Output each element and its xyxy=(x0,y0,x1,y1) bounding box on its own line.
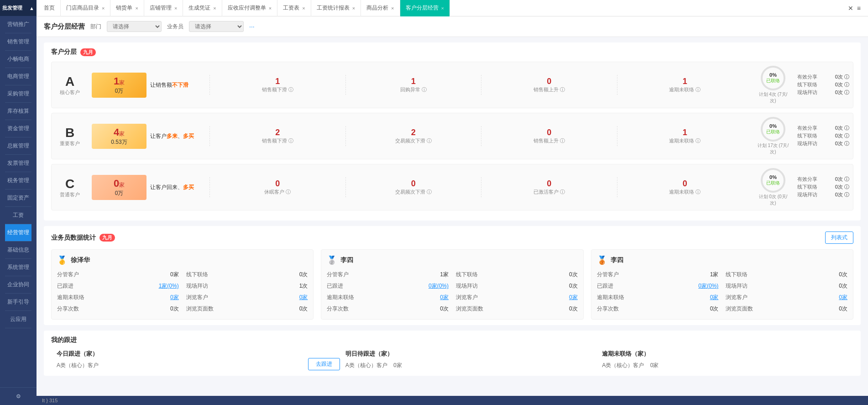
sidebar-item-总账管理[interactable]: 总账管理 xyxy=(5,137,31,155)
close-tab-icon[interactable]: ✕ xyxy=(848,5,853,12)
tier-label-B: B重要客户 xyxy=(52,126,88,147)
sidebar-item-库存核算[interactable]: 库存核算 xyxy=(5,103,31,120)
staff-stats-section: 业务员数据统计 九月 列表式 🥇徐泽华分管客户0家线下联络0次已跟进1家(0%)… xyxy=(44,226,861,325)
sidebar-item-系统管理[interactable]: 系统管理 xyxy=(5,259,31,276)
metric-item[interactable]: 0逾期未联络 ⓘ xyxy=(617,177,753,197)
today-follow-col: 今日跟进（家） A类（核心）客户 xyxy=(51,350,308,369)
tab-close-icon[interactable]: × xyxy=(391,5,394,11)
tomorrow-follow-col: 明日待跟进（家） A类（核心）客户 0家 xyxy=(340,350,597,369)
tier-side-stats: 有效分享0次 ⓘ线下联络0次 ⓘ现场拜访0次 ⓘ xyxy=(794,125,853,148)
staff-row: 分享次数0次 xyxy=(57,304,179,314)
tab-close-icon[interactable]: × xyxy=(102,5,105,11)
sidebar-item-基础信息[interactable]: 基础信息 xyxy=(5,242,31,259)
staff-name-row: 🥈李四 xyxy=(327,255,577,265)
staff-row-label: 分管客户 xyxy=(57,271,79,279)
tier-progress: 0%已联络计划 17次 (7天/次) xyxy=(753,117,794,155)
sidebar-item-企业协同[interactable]: 企业协同 xyxy=(5,276,31,294)
metric-num: 1 xyxy=(346,77,481,86)
tab-工资统计报表[interactable]: 工资统计报表× xyxy=(311,0,361,16)
tab-工资表[interactable]: 工资表× xyxy=(277,0,311,16)
sidebar-item-发票管理[interactable]: 发票管理 xyxy=(5,155,31,172)
tab-close-icon[interactable]: × xyxy=(441,5,444,11)
follow-title: 我的跟进 xyxy=(51,336,853,344)
staff-row-val[interactable]: 0家 xyxy=(569,294,578,301)
tier-metrics: 2销售额下滑 ⓘ2交易频次下滑 ⓘ0销售额上升 ⓘ1逾期未联络 ⓘ xyxy=(209,126,753,146)
staff-name: 李四 xyxy=(611,256,623,264)
staff-row: 分享次数0次 xyxy=(597,304,719,314)
tab-门店商品目录[interactable]: 门店商品目录× xyxy=(61,0,110,16)
metric-item[interactable]: 0休眠客户 ⓘ xyxy=(209,177,345,197)
sidebar-item-税务管理[interactable]: 税务管理 xyxy=(5,172,31,189)
metric-item[interactable]: 2销售额下滑 ⓘ xyxy=(209,126,345,146)
staff-row-val[interactable]: 0家 xyxy=(839,294,847,301)
side-stat-line: 有效分享0次 ⓘ xyxy=(797,125,849,131)
sidebar-item-经营管理[interactable]: 经营管理 xyxy=(5,224,31,242)
sidebar-item-营销推广[interactable]: 营销推广 xyxy=(5,16,31,33)
metric-item[interactable]: 0交易频次下滑 ⓘ xyxy=(345,177,481,197)
tier-suggestion-highlight: 多买 xyxy=(183,184,194,190)
tab-close-icon[interactable]: × xyxy=(135,5,138,11)
tab-客户分层经营[interactable]: 客户分层经营× xyxy=(400,0,450,16)
metric-item[interactable]: 0销售额上升 ⓘ xyxy=(481,75,617,95)
tier-amount: 0.53万 xyxy=(111,138,127,146)
tab-生成凭证[interactable]: 生成凭证× xyxy=(183,0,222,16)
tab-close-icon[interactable]: × xyxy=(302,5,305,11)
metric-item[interactable]: 1回购异常 ⓘ xyxy=(345,75,481,95)
metric-item[interactable]: 1销售额下滑 ⓘ xyxy=(209,75,345,95)
tier-name: 重要客户 xyxy=(52,140,88,147)
metric-item[interactable]: 2交易频次下滑 ⓘ xyxy=(345,126,481,146)
sidebar-item-小畅电商[interactable]: 小畅电商 xyxy=(5,51,31,68)
metric-item[interactable]: 0销售额上升 ⓘ xyxy=(481,126,617,146)
tier-progress: 0%已联络计划 4次 (7天/次) xyxy=(753,66,794,104)
tab-close-icon[interactable]: × xyxy=(174,5,177,11)
go-follow-button[interactable]: 去跟进 xyxy=(308,358,340,370)
tier-count-block: 1家0万 xyxy=(92,73,146,98)
staff-row-val[interactable]: 0家 xyxy=(710,294,719,301)
staff-row-val[interactable]: 0家 xyxy=(440,294,449,301)
tab-首页[interactable]: 首页 xyxy=(40,0,61,16)
tab-销货单[interactable]: 销货单× xyxy=(110,0,144,16)
more-filter-icon[interactable]: ··· xyxy=(249,23,255,30)
staff-row-val[interactable]: 0家(0%) xyxy=(429,282,449,290)
metric-item[interactable]: 0已激活客户 ⓘ xyxy=(481,177,617,197)
metric-item[interactable]: 1逾期未联络 ⓘ xyxy=(617,126,753,146)
staff-row-label: 线下联络 xyxy=(186,271,208,279)
staff-row-val[interactable]: 0家(0%) xyxy=(698,282,718,290)
cp-percent: 0% xyxy=(769,174,777,180)
tab-close-icon[interactable]: × xyxy=(352,5,355,11)
dept-select[interactable]: 请选择 xyxy=(107,21,162,32)
list-view-button[interactable]: 列表式 xyxy=(825,231,853,244)
staff-row-val[interactable]: 0家 xyxy=(299,294,308,301)
tab-close-icon[interactable]: × xyxy=(213,5,216,11)
tab-店铺管理[interactable]: 店铺管理× xyxy=(144,0,183,16)
side-stat-line: 现场拜访0次 ⓘ xyxy=(797,191,849,198)
sidebar-expand-icon[interactable]: ▲ xyxy=(29,5,34,11)
staff-row-val[interactable]: 0家 xyxy=(170,294,179,301)
sidebar-item-采购管理[interactable]: 采购管理 xyxy=(5,85,31,103)
tab-商品分析[interactable]: 商品分析× xyxy=(361,0,400,16)
sidebar-item-工资[interactable]: 工资 xyxy=(5,207,31,224)
metric-item[interactable]: 1逾期未联络 ⓘ xyxy=(617,75,753,95)
metric-num: 2 xyxy=(210,128,345,137)
sidebar-item-电商管理[interactable]: 电商管理 xyxy=(5,68,31,85)
tier-suggestion: 让销售额不下滑 xyxy=(150,81,209,89)
sidebar-item-云应用[interactable]: 云应用 xyxy=(5,311,31,328)
staff-select[interactable]: 请选择 xyxy=(189,21,244,32)
staff-row-val[interactable]: 1家(0%) xyxy=(159,282,179,290)
more-tabs-icon[interactable]: ≡ xyxy=(857,5,861,12)
sidebar-item-新手引导[interactable]: 新手引导 xyxy=(5,294,31,311)
sidebar-item-固定资产[interactable]: 固定资产 xyxy=(5,189,31,207)
tier-letter: A xyxy=(52,74,88,89)
staff-row-label: 浏览客户 xyxy=(456,294,478,301)
tab-应收应付调整单[interactable]: 应收应付调整单× xyxy=(222,0,277,16)
tier-side-stats: 有效分享0次 ⓘ线下联络0次 ⓘ现场拜访0次 ⓘ xyxy=(794,74,853,97)
staff-row-label: 逾期未联络 xyxy=(327,294,354,301)
sidebar-item-资金管理[interactable]: 资金管理 xyxy=(5,120,31,137)
staff-row-val: 0次 xyxy=(839,282,847,290)
metric-label: 销售额下滑 ⓘ xyxy=(210,137,345,144)
sidebar-item-销售管理[interactable]: 销售管理 xyxy=(5,33,31,51)
tab-close-icon[interactable]: × xyxy=(269,5,272,11)
side-stat-val: 0次 ⓘ xyxy=(835,132,849,139)
tomorrow-a-label: A类（核心）客户 0家 xyxy=(345,362,591,369)
settings-icon[interactable]: ⚙ xyxy=(0,387,37,405)
